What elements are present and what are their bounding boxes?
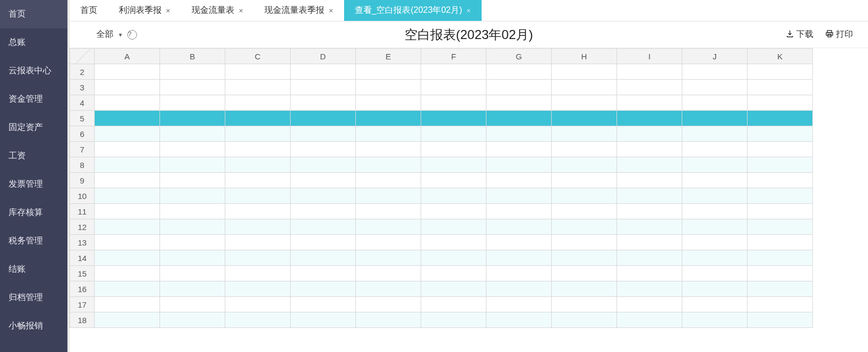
cell[interactable]: [291, 142, 356, 157]
column-header[interactable]: G: [486, 49, 552, 64]
cell[interactable]: [617, 235, 682, 250]
cell[interactable]: [617, 312, 682, 328]
cell[interactable]: [552, 297, 617, 312]
tab-home[interactable]: 首页: [70, 0, 108, 21]
cell[interactable]: [617, 142, 682, 157]
cell[interactable]: [291, 111, 356, 126]
sidebar-item-funds-management[interactable]: 资金管理: [0, 85, 67, 113]
cell[interactable]: [486, 281, 552, 297]
cell[interactable]: [225, 157, 291, 173]
cell[interactable]: [748, 204, 813, 219]
cell[interactable]: [682, 204, 748, 219]
cell[interactable]: [617, 95, 682, 111]
cell[interactable]: [552, 250, 617, 266]
cell[interactable]: [748, 297, 813, 312]
cell[interactable]: [682, 250, 748, 266]
cell[interactable]: [291, 250, 356, 266]
row-header[interactable]: 16: [70, 281, 95, 297]
cell[interactable]: [421, 95, 486, 111]
cell[interactable]: [552, 219, 617, 235]
cell[interactable]: [356, 64, 421, 80]
column-header[interactable]: A: [95, 49, 160, 64]
cell[interactable]: [617, 188, 682, 204]
cell[interactable]: [291, 204, 356, 219]
cell[interactable]: [291, 157, 356, 173]
cell[interactable]: [356, 95, 421, 111]
cell[interactable]: [486, 188, 552, 204]
cell[interactable]: [617, 266, 682, 281]
sidebar-item-tax-management[interactable]: 税务管理: [0, 227, 67, 255]
cell[interactable]: [617, 64, 682, 80]
cell[interactable]: [617, 297, 682, 312]
cell[interactable]: [552, 235, 617, 250]
cell[interactable]: [291, 64, 356, 80]
cell[interactable]: [682, 297, 748, 312]
cell[interactable]: [291, 219, 356, 235]
cell[interactable]: [356, 126, 421, 142]
cell[interactable]: [617, 281, 682, 297]
cell[interactable]: [160, 111, 225, 126]
cell[interactable]: [95, 64, 160, 80]
cell[interactable]: [682, 111, 748, 126]
cell[interactable]: [160, 157, 225, 173]
cell[interactable]: [421, 235, 486, 250]
row-header[interactable]: 12: [70, 219, 95, 235]
cell[interactable]: [160, 281, 225, 297]
cell[interactable]: [552, 173, 617, 188]
cell[interactable]: [356, 204, 421, 219]
sidebar-item-home[interactable]: 首页: [0, 0, 67, 28]
column-header[interactable]: D: [291, 49, 356, 64]
cell[interactable]: [291, 95, 356, 111]
row-header[interactable]: 9: [70, 173, 95, 188]
sidebar-item-xiaochang-expense[interactable]: 小畅报销: [0, 312, 67, 340]
cell[interactable]: [486, 204, 552, 219]
cell[interactable]: [552, 204, 617, 219]
cell[interactable]: [95, 281, 160, 297]
cell[interactable]: [552, 142, 617, 157]
cell[interactable]: [356, 173, 421, 188]
cell[interactable]: [95, 250, 160, 266]
spreadsheet[interactable]: A B C D E F G H I J K 234567891011121314…: [70, 48, 868, 352]
cell[interactable]: [682, 173, 748, 188]
cell[interactable]: [291, 235, 356, 250]
cell[interactable]: [356, 297, 421, 312]
cell[interactable]: [486, 64, 552, 80]
cell[interactable]: [682, 64, 748, 80]
cell[interactable]: [225, 126, 291, 142]
row-header[interactable]: 3: [70, 80, 95, 95]
row-header[interactable]: 18: [70, 312, 95, 328]
cell[interactable]: [682, 142, 748, 157]
cell[interactable]: [486, 173, 552, 188]
row-header[interactable]: 17: [70, 297, 95, 312]
cell[interactable]: [748, 111, 813, 126]
cell[interactable]: [552, 95, 617, 111]
cell[interactable]: [421, 126, 486, 142]
row-header[interactable]: 11: [70, 204, 95, 219]
cell[interactable]: [486, 312, 552, 328]
cell[interactable]: [748, 281, 813, 297]
cell[interactable]: [748, 142, 813, 157]
cell[interactable]: [95, 297, 160, 312]
cell[interactable]: [748, 312, 813, 328]
cell[interactable]: [95, 219, 160, 235]
cell[interactable]: [552, 80, 617, 95]
cell[interactable]: [356, 157, 421, 173]
sidebar-item-invoice-management[interactable]: 发票管理: [0, 170, 67, 198]
cell[interactable]: [617, 157, 682, 173]
row-header[interactable]: 8: [70, 157, 95, 173]
cell[interactable]: [421, 204, 486, 219]
row-header[interactable]: 13: [70, 235, 95, 250]
cell[interactable]: [160, 250, 225, 266]
cell[interactable]: [291, 80, 356, 95]
cell[interactable]: [617, 250, 682, 266]
cell[interactable]: [486, 219, 552, 235]
cell[interactable]: [552, 157, 617, 173]
cell[interactable]: [748, 64, 813, 80]
sidebar-item-payroll[interactable]: 工资: [0, 142, 67, 170]
cell[interactable]: [225, 235, 291, 250]
cell[interactable]: [486, 126, 552, 142]
column-header[interactable]: J: [682, 49, 748, 64]
cell[interactable]: [552, 126, 617, 142]
cell[interactable]: [356, 111, 421, 126]
cell[interactable]: [552, 64, 617, 80]
